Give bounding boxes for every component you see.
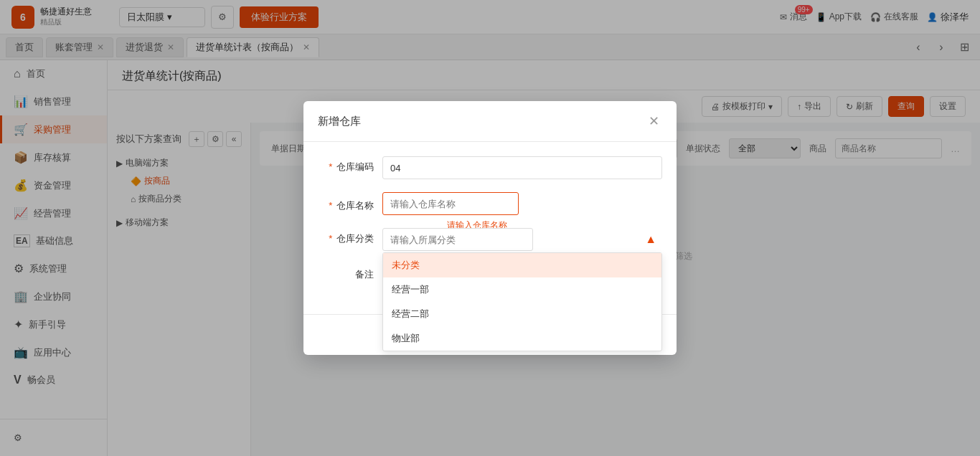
modal-body: * 仓库编码 * 仓库名称 请输入仓库名称 * (303, 142, 677, 314)
warehouse-name-input[interactable] (382, 192, 519, 215)
category-label: * 仓库分类 (318, 228, 382, 245)
warehouse-name-row: * 仓库名称 请输入仓库名称 (318, 192, 662, 215)
modal-title: 新增仓库 (318, 115, 361, 128)
code-label: * 仓库编码 (318, 156, 382, 174)
warehouse-code-input[interactable] (382, 156, 662, 179)
dropdown-item-unclassified[interactable]: 未分类 (383, 253, 661, 277)
dropdown-item-dept3[interactable]: 物业部 (383, 326, 661, 351)
category-input[interactable] (382, 228, 533, 251)
dropdown-item-dept1[interactable]: 经营一部 (383, 277, 661, 302)
category-dropdown: 未分类 经营一部 经营二部 物业部 (382, 252, 662, 351)
dropdown-item-dept2[interactable]: 经营二部 (383, 302, 661, 326)
new-warehouse-modal: 新增仓库 ✕ * 仓库编码 * 仓库名称 (303, 101, 677, 355)
modal-close-button[interactable]: ✕ (645, 113, 662, 130)
name-label: * 仓库名称 (318, 195, 382, 212)
warehouse-category-row: * 仓库分类 ▲ 未分类 经营一部 经营二部 (318, 228, 662, 251)
modal-header: 新增仓库 ✕ (303, 101, 677, 142)
notes-label: 备注 (318, 264, 382, 281)
category-wrap: ▲ 未分类 经营一部 经营二部 物业部 (382, 228, 662, 251)
modal-overlay: 新增仓库 ✕ * 仓库编码 * 仓库名称 (0, 0, 980, 456)
warehouse-code-row: * 仓库编码 (318, 156, 662, 179)
dropdown-toggle-icon[interactable]: ▲ (645, 233, 656, 246)
